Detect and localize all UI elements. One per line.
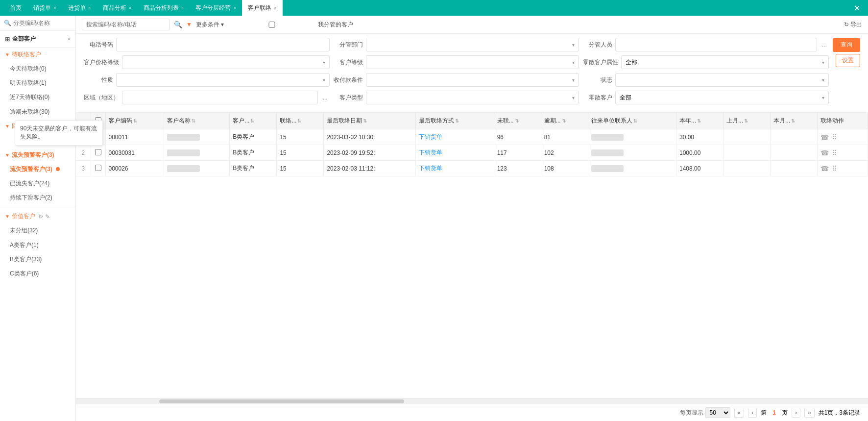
cell-action-2[interactable]: ☎ ⠿ [818,161,868,176]
my-customers-checkbox[interactable]: 我分管的客户 [228,21,353,29]
nav-sales[interactable]: 销货单 × [27,0,62,16]
search-input[interactable] [82,19,170,30]
sidebar-all-customers[interactable]: ⊞ 全部客户 « [0,31,75,48]
page-label: 第 [761,409,767,417]
cell-contact-0: 15 [277,129,324,145]
search-button[interactable]: 🔍 [174,21,182,28]
cell-name-2 [164,161,230,176]
col-code[interactable]: 客户编码⇅ [105,113,164,129]
sidebar-item-declining[interactable]: 持续下滑客户(2) [0,191,75,205]
cell-action-1[interactable]: ☎ ⠿ [818,145,868,161]
nav-customer-contact[interactable]: 客户联络 × [242,0,283,16]
col-this-month[interactable]: 本月...⇅ [771,113,818,129]
sidebar-item-class-a[interactable]: A类客户(1) [0,238,75,252]
close-sales-tab[interactable]: × [53,5,56,11]
region-dots-btn[interactable]: ... [321,94,330,101]
filter-icon: ▼ [186,21,192,28]
col-last-month[interactable]: 上月...⇅ [723,113,771,129]
more-action-icon-1[interactable]: ⠿ [832,149,837,157]
sidebar-search-bar[interactable]: 🔍 [0,16,75,31]
first-page-button[interactable]: « [734,408,745,418]
dept-select[interactable]: ▾ [366,38,579,51]
export-button[interactable]: ↻ 导出 [844,21,862,29]
sidebar-search-input[interactable] [13,20,72,26]
per-page-select[interactable]: 50 100 [705,407,730,418]
sidebar-item-class-b[interactable]: B类客户(33) [0,252,75,267]
cell-this-month-2 [771,161,818,176]
col-name[interactable]: 客户名称⇅ [164,113,230,129]
sidebar-item-today[interactable]: 今天待联络(0) [0,62,75,76]
sidebar-group-churn[interactable]: ▼ 流失预警客户(3) [0,148,75,162]
scatter-attr-select[interactable]: 全部 ▾ [621,55,829,69]
manager-input[interactable] [615,38,817,51]
close-customer-tier-tab[interactable]: × [233,5,236,11]
col-this-year[interactable]: 本年...⇅ [676,113,723,129]
row-checkbox-1[interactable] [91,145,105,161]
nav-home[interactable]: 首页 [4,0,27,16]
col-contact-count[interactable]: 联络...⇅ [277,113,324,129]
contact-action-icon-2[interactable]: ☎ [820,165,829,173]
more-action-icon-2[interactable]: ⠿ [832,165,837,173]
sidebar-item-churn-warning[interactable]: 流失预警客户(3) [0,162,75,176]
last-page-button[interactable]: » [804,408,815,418]
col-contact-person[interactable]: 往来单位联系人⇅ [588,113,676,129]
nav-product-analysis[interactable]: 商品分析 × [97,0,138,16]
region-input[interactable] [122,91,318,104]
horizontal-scrollbar[interactable] [76,398,868,404]
sidebar-item-tomorrow[interactable]: 明天待联络(1) [0,76,75,90]
sidebar-group-value[interactable]: ▼ 价值客户 ↻ ✎ [0,209,75,223]
sidebar-item-7days[interactable]: 近7天待联络(0) [0,90,75,104]
customer-type-select[interactable]: ▾ [366,91,579,104]
close-customer-contact-tab[interactable]: × [274,5,277,11]
close-product-list-tab[interactable]: × [181,5,184,11]
sidebar-item-class-c[interactable]: C类客户(6) [0,267,75,281]
col-type[interactable]: 客户...⇅ [230,113,277,129]
close-purchase-tab[interactable]: × [88,5,91,11]
edit-icon[interactable]: ✎ [45,213,50,220]
contact-action-icon-0[interactable]: ☎ [820,133,829,141]
cell-contact-person-0 [588,129,676,145]
sidebar-item-ungrouped[interactable]: 未分组(32) [0,223,75,238]
chevron-down-icon: ▾ [221,21,224,28]
nav-purchase[interactable]: 进货单 × [62,0,97,16]
filter-row-3: 性质 ▾ 收付款条件 ▾ [84,73,829,87]
scroll-thumb[interactable] [159,399,404,403]
contact-action-icon-1[interactable]: ☎ [820,149,829,157]
settings-button[interactable]: 设置 [836,54,860,67]
cell-this-month-1 [771,145,818,161]
col-uncontacted[interactable]: 未联...⇅ [494,113,541,129]
payment-select[interactable]: ▾ [366,73,579,87]
phone-input[interactable] [116,38,330,51]
my-customers-check[interactable] [228,22,316,28]
prev-page-button[interactable]: ‹ [748,408,757,418]
cell-action-0[interactable]: ☎ ⠿ [818,129,868,145]
manager-dots-btn[interactable]: ... [820,41,829,48]
cell-last-method-0[interactable]: 下销货单 [415,129,494,145]
window-close-button[interactable]: ✕ [850,3,864,13]
more-action-icon-0[interactable]: ⠿ [832,133,837,141]
sidebar-item-overdue[interactable]: 逾期未联络(30) [0,105,75,119]
cell-last-method-2[interactable]: 下销货单 [415,161,494,176]
col-overdue[interactable]: 逾期...⇅ [541,113,588,129]
row-checkbox-2[interactable] [91,161,105,176]
next-page-button[interactable]: › [792,408,800,418]
sidebar-item-lost[interactable]: 已流失客户(24) [0,176,75,191]
price-tier-select[interactable]: ▾ [122,55,330,69]
col-last-method[interactable]: 最后联络方式⇅ [415,113,494,129]
payment-field: 收付款条件 ▾ [334,73,579,87]
more-conditions-btn[interactable]: 更多条件 ▾ [196,21,224,29]
status-select[interactable]: ▾ [615,73,829,87]
customer-tier-select[interactable]: ▾ [366,55,579,69]
sort-icon-this-year: ⇅ [697,118,701,124]
nav-product-analysis-list[interactable]: 商品分析列表 × [138,0,190,16]
cell-last-method-1[interactable]: 下销货单 [415,145,494,161]
retail-customer-select[interactable]: 全部 ▾ [615,91,829,104]
nature-select[interactable]: ▾ [116,73,330,87]
sidebar-group-pending[interactable]: ▼ 待联络客户 [0,48,75,62]
payment-dropdown-icon: ▾ [572,77,575,83]
nav-customer-tier[interactable]: 客户分层经营 × [190,0,242,16]
col-last-date[interactable]: 最后联络日期⇅ [324,113,415,129]
query-button[interactable]: 查询 [833,38,860,52]
close-product-analysis-tab[interactable]: × [129,5,132,11]
refresh-icon[interactable]: ↻ [38,213,43,220]
